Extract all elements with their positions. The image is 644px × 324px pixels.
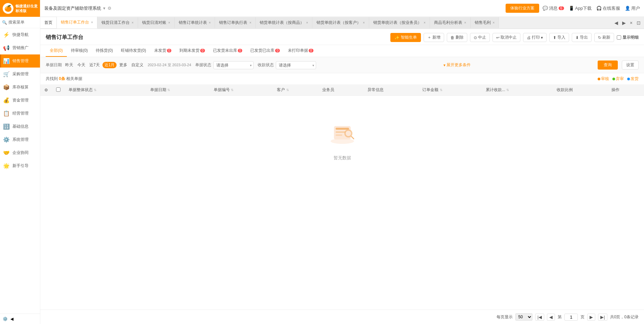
filter-tab-all[interactable]: 全部(0) bbox=[46, 45, 67, 57]
query-button[interactable]: 查询 bbox=[598, 60, 618, 70]
th-amount: 订单金额 ⇅ bbox=[418, 84, 482, 96]
sort-customer-icon[interactable]: ⇅ bbox=[286, 88, 289, 92]
payment-select[interactable]: 请选择 bbox=[276, 61, 316, 69]
tab-sales-gross[interactable]: 销售毛利 × bbox=[471, 17, 499, 28]
tab-sales-by-product[interactable]: 销货单统计表（按商品） × bbox=[256, 17, 312, 28]
status-label: 单据状态 bbox=[195, 62, 211, 68]
tab-close-icon[interactable]: × bbox=[464, 21, 466, 25]
print-button[interactable]: 🖨 打印 ▾ bbox=[523, 33, 547, 42]
export-button[interactable]: ⬇ 导出 bbox=[572, 33, 592, 42]
sidebar-item-marketing[interactable]: 📢 营销推广 bbox=[0, 41, 40, 54]
sidebar-item-inventory[interactable]: 📦 库存核算 bbox=[0, 81, 40, 94]
sidebar-search[interactable]: 🔍 搜索菜单 bbox=[0, 17, 40, 28]
date-yesterday[interactable]: 昨天 bbox=[64, 62, 75, 69]
expand-conditions-btn[interactable]: ▾ 展开更多条件 bbox=[443, 62, 471, 68]
solution-button[interactable]: 体验行业方案 bbox=[506, 4, 539, 13]
tab-sales-by-salesman[interactable]: 销货单统计表（按业务员） × bbox=[369, 17, 430, 28]
cancel-stop-button[interactable]: ↩ 取消中止 bbox=[492, 33, 520, 42]
show-detail-label[interactable]: 显示明细 bbox=[617, 35, 639, 40]
sort-received-icon[interactable]: ⇅ bbox=[506, 88, 509, 92]
app-download-action[interactable]: 📱 App下载 bbox=[569, 5, 592, 11]
tab-gross-margin[interactable]: 商品毛利分析表 × bbox=[430, 17, 471, 28]
date-more[interactable]: 更多 bbox=[118, 62, 129, 69]
sort-status-icon[interactable]: ⇅ bbox=[94, 88, 96, 92]
sidebar-item-quick-nav[interactable]: ⚡ 快捷导航 bbox=[0, 28, 40, 41]
th-checkbox[interactable] bbox=[52, 84, 65, 96]
review-action[interactable]: 审核 bbox=[598, 76, 609, 82]
online-service-action[interactable]: 🎧 在线客服 bbox=[596, 5, 620, 11]
sort-amount-icon[interactable]: ⇅ bbox=[440, 88, 442, 92]
tab-close-icon[interactable]: × bbox=[209, 21, 211, 25]
date-custom[interactable]: 自定义 bbox=[130, 62, 145, 69]
page-size-select[interactable]: 10 20 50 100 bbox=[515, 313, 532, 321]
user-action[interactable]: 👤 用户 bbox=[625, 5, 640, 11]
th-date: 单据日期 ⇅ bbox=[146, 84, 210, 96]
ship-action[interactable]: 发货 bbox=[627, 76, 639, 82]
page-first-btn[interactable]: |◀ bbox=[535, 314, 544, 321]
date-7days[interactable]: 近7天 bbox=[88, 62, 101, 69]
sidebar-item-basic[interactable]: 🔢 基础信息 bbox=[0, 120, 40, 133]
tab-close-icon[interactable]: × bbox=[493, 21, 495, 25]
tab-home[interactable]: 首页 bbox=[40, 17, 57, 28]
filter-tab-unprinted[interactable]: 未打印单据0 bbox=[284, 45, 317, 57]
unreviewed-action[interactable]: 弃审 bbox=[612, 76, 624, 82]
filter-tab-pending-review[interactable]: 待审核(0) bbox=[67, 45, 92, 57]
delete-button[interactable]: 🗑 删除 bbox=[447, 33, 467, 42]
settings-topbar-icon[interactable]: ⚙ bbox=[108, 6, 112, 11]
refresh-button[interactable]: ↻ 刷新 bbox=[594, 33, 614, 42]
filter-tab-shipped-out[interactable]: 已发货已出库0 bbox=[246, 45, 284, 57]
messages-action[interactable]: 💬 消息 6 bbox=[543, 5, 564, 11]
page-input[interactable] bbox=[564, 314, 578, 321]
tab-sales-workbench[interactable]: 销售订单工作台 × bbox=[57, 17, 97, 29]
sidebar-item-sales[interactable]: 📊 销售管理 bbox=[0, 54, 40, 68]
sidebar-item-enterprise[interactable]: 🤝 企业协同 bbox=[0, 146, 40, 159]
tab-close-icon[interactable]: × bbox=[306, 21, 308, 25]
filter-tab-wangpu-pending[interactable]: 旺铺待发货(0) bbox=[117, 45, 150, 57]
tab-close-icon[interactable]: × bbox=[168, 21, 170, 25]
th-settings[interactable]: ⚙ bbox=[40, 84, 52, 96]
add-button[interactable]: ＋ 新增 bbox=[424, 33, 444, 42]
tab-sales-stats[interactable]: 销售订单统计表 × bbox=[175, 17, 215, 28]
tab-maximize[interactable]: ⊡ bbox=[635, 19, 642, 26]
settings-icon[interactable]: ⚙️ bbox=[3, 317, 8, 321]
settings-button[interactable]: 设置 bbox=[622, 60, 639, 70]
stop-button[interactable]: ⊙ 中止 bbox=[470, 33, 490, 42]
tab-cash-reconcile[interactable]: 钱货日清对账 × bbox=[138, 17, 175, 28]
page-last-btn[interactable]: ▶| bbox=[598, 314, 607, 321]
smart-gen-button[interactable]: ✨ 智能生单 bbox=[390, 33, 421, 42]
sort-number-icon[interactable]: ⇅ bbox=[231, 88, 233, 92]
page-next-btn[interactable]: ▶ bbox=[587, 314, 595, 321]
dropdown-icon[interactable]: ▾ bbox=[103, 6, 105, 11]
tab-nav-next[interactable]: ▶ bbox=[621, 19, 627, 26]
tab-sales-by-customer[interactable]: 销货单统计表（按客户） × bbox=[312, 17, 369, 28]
sidebar-item-purchase[interactable]: 🛒 采购管理 bbox=[0, 68, 40, 81]
main-table: ⚙ 单据整体状态 ⇅ 单据日期 ⇅ 单据编号 ⇅ bbox=[40, 84, 644, 96]
sidebar-item-newbie[interactable]: 🌟 新手引导 bbox=[0, 159, 40, 172]
tab-close-icon[interactable]: × bbox=[363, 21, 365, 25]
sort-date-icon[interactable]: ⇅ bbox=[167, 88, 170, 92]
date-1month[interactable]: 近1月 bbox=[102, 62, 117, 68]
tab-close-icon[interactable]: × bbox=[132, 21, 134, 25]
sidebar-item-finance[interactable]: 💰 资金管理 bbox=[0, 94, 40, 107]
tab-close-icon[interactable]: × bbox=[424, 21, 426, 25]
page-prev-btn[interactable]: ◀ bbox=[547, 314, 555, 321]
filter-tab-expired-unshipped[interactable]: 到期未发货0 bbox=[175, 45, 209, 57]
sidebar-item-operations[interactable]: 📋 经营管理 bbox=[0, 107, 40, 120]
tab-close-icon[interactable]: × bbox=[91, 21, 93, 24]
content-toolbar: ✨ 智能生单 ＋ 新增 🗑 删除 ⊙ 中止 ↩ 取消中止 bbox=[390, 33, 639, 42]
tab-close-icon[interactable]: × bbox=[249, 21, 251, 25]
date-today[interactable]: 今天 bbox=[76, 62, 87, 69]
tab-close-all[interactable]: × bbox=[629, 19, 634, 26]
filter-tab-shipped-not-out[interactable]: 已发货未出库0 bbox=[209, 45, 247, 57]
tab-sales-exec[interactable]: 销售订单执行表 × bbox=[215, 17, 256, 28]
import-button[interactable]: ⬆ 导入 bbox=[549, 33, 569, 42]
tab-nav-prev[interactable]: ◀ bbox=[613, 19, 619, 26]
collapse-icon[interactable]: ◀ bbox=[10, 317, 13, 321]
tab-cash-daily[interactable]: 钱货日清工作台 × bbox=[97, 17, 138, 28]
status-select[interactable]: 请选择 bbox=[213, 61, 254, 69]
filter-tab-unshipped[interactable]: 未发货0 bbox=[150, 45, 176, 57]
select-all-checkbox[interactable] bbox=[56, 87, 60, 92]
show-detail-checkbox[interactable] bbox=[617, 35, 621, 40]
filter-tab-pending-pick[interactable]: 待拣货(0) bbox=[92, 45, 117, 57]
sidebar-item-system[interactable]: ⚙️ 系统管理 bbox=[0, 133, 40, 146]
